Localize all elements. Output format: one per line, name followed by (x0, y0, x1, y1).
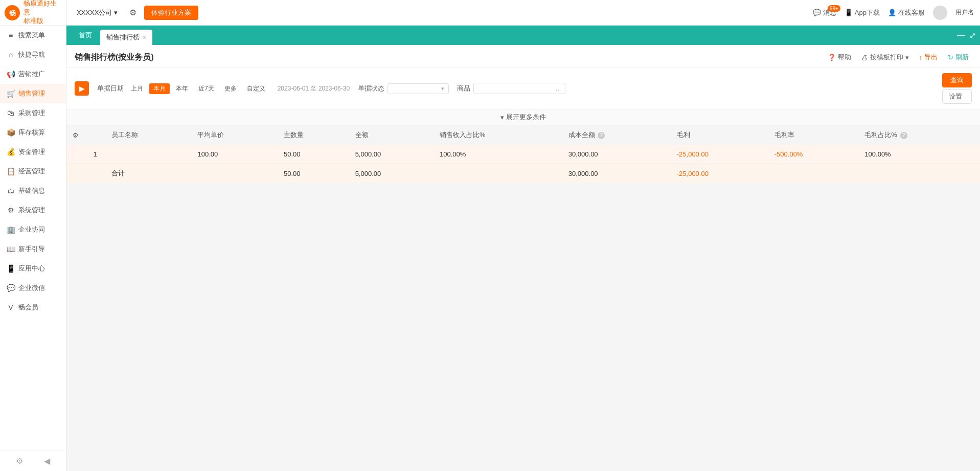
enterprise-icon: 🏢 (6, 225, 15, 234)
online-service-button[interactable]: 👤 在线客服 (888, 8, 925, 17)
inventory-label: 库存核算 (18, 128, 45, 137)
goods-select[interactable]: ... (473, 83, 565, 94)
status-label: 单据状态 (358, 84, 384, 93)
app-download-label: App下载 (855, 8, 880, 17)
th-rank (85, 125, 105, 145)
sidebar-settings-icon[interactable]: ⚙ (16, 456, 23, 466)
goods-label: 商品 (457, 84, 470, 93)
avatar[interactable] (933, 6, 947, 20)
tab-minimize-icon[interactable]: — (957, 31, 965, 40)
date-toggle-this-year[interactable]: 本年 (172, 83, 192, 94)
sidebar-item-system[interactable]: ⚙ 系统管理 (0, 200, 66, 220)
tab-home[interactable]: 首页 (71, 26, 100, 45)
date-toggle-more[interactable]: 更多 (220, 83, 241, 94)
sidebar-collapse-icon[interactable]: ◀ (44, 456, 50, 466)
filter-area: ▶ 单据日期 上月 本月 本年 近7天 更多 自定义 2023-06-01 至 … (66, 68, 980, 109)
guide-label: 新手引导 (18, 244, 45, 254)
sidebar-bottom: ⚙ ◀ (0, 451, 66, 471)
sidebar-item-sales[interactable]: 🛒 销售管理 (0, 84, 66, 103)
cell-qty: 50.00 (278, 145, 349, 164)
page-panel: 销售排行榜(按业务员) ❓ 帮助 🖨 按模板打印 ▾ ↑ 导出 (66, 45, 980, 183)
tabbar: 首页 销售排行榜 × — ⤢ (66, 26, 980, 45)
sidebar-item-enterprise[interactable]: 🏢 企业协同 (0, 220, 66, 239)
print-button[interactable]: 🖨 按模板打印 ▾ (858, 51, 912, 63)
page-header: 销售排行榜(按业务员) ❓ 帮助 🖨 按模板打印 ▾ ↑ 导出 (66, 45, 980, 68)
footer-label: 合计 (105, 164, 191, 184)
status-chevron-icon: ▾ (441, 85, 444, 92)
member-label: 畅会员 (18, 303, 38, 312)
date-toggle-this-month[interactable]: 本月 (149, 83, 170, 94)
th-qty: 主数量 (278, 125, 349, 145)
help-icon: ❓ (828, 54, 836, 61)
date-toggle-custom[interactable]: 自定义 (243, 83, 269, 94)
gross-pct-info-icon[interactable]: ? (900, 132, 907, 139)
sidebar-item-guide[interactable]: 📖 新手引导 (0, 239, 66, 259)
sidebar-item-marketing[interactable]: 📢 营销推广 (0, 64, 66, 84)
wechat-icon: 💬 (6, 283, 15, 293)
date-toggle-last-month[interactable]: 上月 (127, 83, 147, 94)
company-selector[interactable]: XXXXX公司 ▾ (73, 6, 122, 19)
cell-gross: -25,000.00 (671, 145, 768, 164)
trial-button[interactable]: 体验行业方案 (144, 6, 198, 20)
th-sales-pct: 销售收入占比% (434, 125, 562, 145)
topbar-gear-button[interactable]: ⚙ (126, 6, 140, 20)
purchase-icon: 🛍 (6, 108, 15, 118)
th-settings[interactable]: ⚙ (66, 125, 85, 145)
system-label: 系统管理 (18, 206, 45, 215)
chevron-down-icon: ▾ (114, 9, 118, 16)
settings-button[interactable]: 设置 (942, 89, 972, 104)
cost-info-icon[interactable]: ? (598, 132, 605, 139)
cell-name (105, 145, 191, 164)
date-toggle-7days[interactable]: 近7天 (194, 83, 218, 94)
th-gross-pct: 毛利占比% ? (858, 125, 980, 145)
tab-sales-ranking[interactable]: 销售排行榜 × (100, 30, 152, 45)
status-select[interactable]: ▾ (388, 83, 449, 94)
expand-more-bar[interactable]: ▾ 展开更多条件 (66, 109, 980, 125)
operations-label: 经营管理 (18, 167, 45, 176)
refresh-icon: ↻ (948, 54, 953, 61)
sidebar-item-finance[interactable]: 💰 资金管理 (0, 142, 66, 162)
app-download-button[interactable]: 📱 App下载 (845, 8, 880, 17)
footer-row: 合计 50.00 5,000.00 30,000.00 -25,000.00 (66, 164, 980, 184)
sidebar-item-app-center[interactable]: 📱 应用中心 (0, 259, 66, 278)
cell-gross-pct: 100.00% (858, 145, 980, 164)
tab-close-icon[interactable]: × (143, 34, 146, 41)
logo-icon: 畅 (4, 5, 20, 21)
sidebar-item-inventory[interactable]: 📦 库存核算 (0, 123, 66, 142)
sidebar-item-search-order[interactable]: ≡ 搜索菜单 (0, 26, 66, 45)
tab-maximize-icon[interactable]: ⤢ (969, 31, 976, 40)
help-button[interactable]: ❓ 帮助 (825, 51, 854, 63)
finance-icon: 💰 (6, 147, 15, 156)
footer-sales-pct (434, 164, 562, 184)
query-button[interactable]: 查询 (942, 73, 972, 87)
company-name: XXXXX公司 (77, 8, 112, 17)
sidebar-item-quick-nav[interactable]: ⌂ 快捷导航 (0, 45, 66, 64)
sidebar-item-member[interactable]: V 畅会员 (0, 298, 66, 317)
footer-gross-pct (858, 164, 980, 184)
refresh-label: 刷新 (955, 53, 969, 62)
message-button[interactable]: 💬 消息 99+ (813, 8, 836, 17)
print-icon: 🖨 (861, 54, 868, 61)
inventory-icon: 📦 (6, 128, 15, 137)
logo-text: 畅康通好生意 标准版 (24, 0, 62, 26)
refresh-button[interactable]: ↻ 刷新 (945, 51, 972, 63)
purchase-label: 采购管理 (18, 108, 45, 118)
more-icon[interactable]: ... (556, 85, 561, 92)
footer-settings (66, 164, 85, 184)
topbar: XXXXX公司 ▾ ⚙ 体验行业方案 💬 消息 99+ 📱 App下载 👤 在线… (66, 0, 980, 26)
footer-gross: -25,000.00 (671, 164, 768, 184)
export-button[interactable]: ↑ 导出 (916, 51, 941, 63)
filter-collapse-icon[interactable]: ▶ (75, 81, 89, 96)
sidebar-item-wechat[interactable]: 💬 企业微信 (0, 278, 66, 298)
main: XXXXX公司 ▾ ⚙ 体验行业方案 💬 消息 99+ 📱 App下载 👤 在线… (66, 0, 980, 471)
sidebar-item-purchase[interactable]: 🛍 采购管理 (0, 103, 66, 123)
sidebar-item-basic-info[interactable]: 🗂 基础信息 (0, 181, 66, 200)
content: 销售排行榜(按业务员) ❓ 帮助 🖨 按模板打印 ▾ ↑ 导出 (66, 45, 980, 471)
basic-info-icon: 🗂 (6, 186, 15, 195)
tabbar-right: — ⤢ (957, 31, 976, 40)
export-label: 导出 (924, 53, 938, 62)
sidebar-item-operations[interactable]: 📋 经营管理 (0, 162, 66, 181)
footer-amount: 5,000.00 (349, 164, 434, 184)
sales-label: 销售管理 (18, 89, 45, 98)
export-icon: ↑ (919, 54, 923, 61)
